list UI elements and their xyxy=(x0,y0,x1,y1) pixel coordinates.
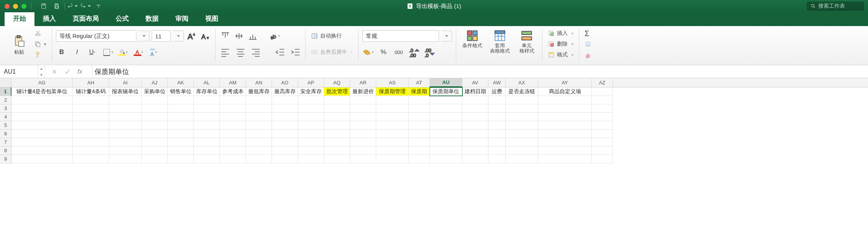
cell[interactable] xyxy=(488,96,506,104)
cell[interactable] xyxy=(11,130,73,138)
cell[interactable] xyxy=(220,146,246,155)
cell[interactable] xyxy=(592,130,613,138)
column-header-AU[interactable]: AU xyxy=(430,78,462,87)
cell[interactable] xyxy=(168,121,194,130)
cell[interactable] xyxy=(488,121,506,130)
cell[interactable] xyxy=(538,96,592,104)
cell[interactable] xyxy=(194,113,220,121)
decrease-font-button[interactable]: A▾ xyxy=(200,31,211,41)
cell[interactable] xyxy=(246,138,272,146)
cell[interactable] xyxy=(11,113,73,121)
border-button[interactable]: ▾ xyxy=(102,47,113,58)
cell[interactable] xyxy=(592,87,613,96)
cell[interactable] xyxy=(298,146,324,155)
cell[interactable] xyxy=(220,155,246,163)
cell[interactable] xyxy=(488,138,506,146)
cell[interactable] xyxy=(462,138,488,146)
number-format-dropdown[interactable] xyxy=(441,31,452,41)
column-header-AG[interactable]: AG xyxy=(11,78,73,87)
delete-cells-button[interactable]: 删除▾ xyxy=(546,39,575,49)
cell[interactable]: 销售单位 xyxy=(168,87,194,96)
name-box-stepper[interactable]: ▲▼ xyxy=(38,66,45,78)
cell[interactable]: 建档日期 xyxy=(462,87,488,96)
enter-formula-icon[interactable] xyxy=(64,69,70,75)
cell[interactable] xyxy=(324,121,350,130)
column-header-AW[interactable]: AW xyxy=(488,78,506,87)
cell[interactable] xyxy=(11,104,73,113)
cell[interactable]: 报表辅单位 xyxy=(109,87,142,96)
cell[interactable] xyxy=(324,155,350,163)
cell[interactable] xyxy=(409,113,430,121)
cell[interactable]: 参考成本 xyxy=(220,87,246,96)
undo-button[interactable] xyxy=(67,2,78,11)
cell[interactable]: 批次管理 xyxy=(324,87,350,96)
cell[interactable]: 安全库存 xyxy=(298,87,324,96)
cell[interactable] xyxy=(430,130,462,138)
cell[interactable] xyxy=(220,113,246,121)
row-header-5[interactable]: 5 xyxy=(0,121,11,130)
cell[interactable] xyxy=(272,146,298,155)
cell[interactable] xyxy=(298,96,324,104)
column-header-AI[interactable]: AI xyxy=(109,78,142,87)
cell[interactable]: 最新进价 xyxy=(350,87,376,96)
cell[interactable] xyxy=(168,146,194,155)
align-center-button[interactable] xyxy=(235,47,246,58)
increase-indent-button[interactable] xyxy=(290,47,301,58)
cell[interactable] xyxy=(168,113,194,121)
spreadsheet-grid[interactable]: AGAHAIAJAKALAMANAOAPAQARASATAUAVAWAXAYAZ… xyxy=(0,78,868,163)
row-header-2[interactable]: 2 xyxy=(0,96,11,104)
cell[interactable] xyxy=(506,113,538,121)
align-top-button[interactable] xyxy=(219,31,231,41)
select-all-corner[interactable] xyxy=(0,78,11,87)
column-header-AM[interactable]: AM xyxy=(220,78,246,87)
cell[interactable]: 辅计量4是否包装单位 xyxy=(11,87,73,96)
cell[interactable] xyxy=(430,146,462,155)
font-name-combo[interactable]: 等线 Regular (正文) xyxy=(56,30,136,42)
cell[interactable] xyxy=(73,104,109,113)
cell[interactable] xyxy=(376,121,409,130)
cell[interactable] xyxy=(73,130,109,138)
column-header-AH[interactable]: AH xyxy=(73,78,109,87)
cell[interactable] xyxy=(538,104,592,113)
cell[interactable] xyxy=(592,113,613,121)
cell[interactable] xyxy=(298,104,324,113)
cell[interactable] xyxy=(350,96,376,104)
cell[interactable] xyxy=(506,130,538,138)
cell[interactable] xyxy=(376,155,409,163)
cell[interactable] xyxy=(272,138,298,146)
cell[interactable] xyxy=(538,155,592,163)
cell[interactable] xyxy=(73,113,109,121)
currency-button[interactable]: ▾ xyxy=(362,47,374,58)
column-header-AL[interactable]: AL xyxy=(194,78,220,87)
cell[interactable] xyxy=(376,96,409,104)
cell[interactable] xyxy=(430,113,462,121)
cell[interactable] xyxy=(376,113,409,121)
cell[interactable] xyxy=(538,121,592,130)
column-header-AP[interactable]: AP xyxy=(298,78,324,87)
cell[interactable] xyxy=(142,96,168,104)
align-left-button[interactable] xyxy=(219,47,231,58)
phonetic-button[interactable]: abcA▾ xyxy=(148,47,159,58)
cell[interactable] xyxy=(142,113,168,121)
cell[interactable] xyxy=(462,104,488,113)
copy-button[interactable]: ▾ xyxy=(33,39,48,49)
cell[interactable] xyxy=(462,146,488,155)
percent-button[interactable]: % xyxy=(378,47,389,58)
minimize-window-button[interactable] xyxy=(13,4,18,9)
cell[interactable] xyxy=(350,146,376,155)
cell[interactable] xyxy=(376,138,409,146)
cell[interactable] xyxy=(194,130,220,138)
cell[interactable]: 采购单位 xyxy=(142,87,168,96)
cell[interactable]: 运费 xyxy=(488,87,506,96)
cell[interactable] xyxy=(298,130,324,138)
cell[interactable] xyxy=(11,138,73,146)
cell[interactable] xyxy=(73,146,109,155)
cell[interactable] xyxy=(592,155,613,163)
cell[interactable]: 辅计量4条码 xyxy=(73,87,109,96)
cell[interactable] xyxy=(506,104,538,113)
cell[interactable] xyxy=(109,113,142,121)
column-header-AQ[interactable]: AQ xyxy=(324,78,350,87)
cell[interactable] xyxy=(430,104,462,113)
column-header-AR[interactable]: AR xyxy=(350,78,376,87)
cell[interactable] xyxy=(73,138,109,146)
